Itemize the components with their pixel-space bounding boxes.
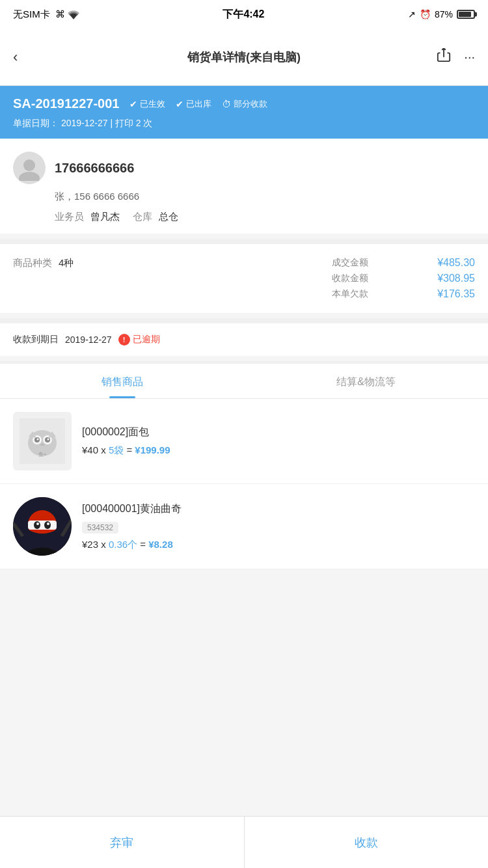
svg-point-21 bbox=[47, 522, 49, 525]
section-divider-2 bbox=[0, 318, 488, 323]
product-info-cookies: [000400001]黄油曲奇 534532 ¥23 x 0.36个 = ¥8.… bbox=[82, 502, 475, 551]
product-tag-cookies: 534532 bbox=[82, 522, 118, 534]
product-total-cookies: ¥8.28 bbox=[148, 539, 173, 550]
product-types-label: 商品种类 bbox=[13, 257, 52, 269]
check-icon-1: ✔ bbox=[129, 99, 137, 109]
status-left: 无SIM卡 ⌘ bbox=[13, 8, 79, 21]
debt-amount: ¥176.35 bbox=[437, 288, 475, 300]
overdue-icon: ! bbox=[118, 334, 130, 346]
svg-rect-17 bbox=[28, 521, 57, 530]
page-title: 销货单详情(来自电脑) bbox=[187, 49, 301, 65]
debt-row: 本单欠款 ¥176.35 bbox=[332, 288, 475, 300]
location-icon: ↗ bbox=[408, 9, 416, 20]
product-name-cookies: [000400001]黄油曲奇 bbox=[82, 502, 475, 516]
svg-point-9 bbox=[37, 439, 39, 441]
product-types-value: 4种 bbox=[59, 257, 74, 269]
order-id: SA-20191227-001 bbox=[13, 96, 119, 111]
section-divider-1 bbox=[0, 239, 488, 244]
financial-stats: 成交金额 ¥485.30 收款金额 ¥308.95 本单欠款 ¥176.35 bbox=[332, 257, 475, 300]
customer-section: 17666666666 张，156 6666 6666 业务员 曾凡杰 仓库 总… bbox=[0, 139, 488, 234]
payment-due-date: 2019-12-27 bbox=[65, 334, 112, 345]
product-total-bread: ¥199.99 bbox=[135, 444, 170, 455]
product-item-bread: 鱼+ [0000002]面包 ¥40 x 5袋 = ¥199.99 bbox=[0, 399, 488, 484]
svg-point-19 bbox=[44, 521, 51, 529]
received-row: 收款金额 ¥308.95 bbox=[332, 273, 475, 284]
salesman-info: 业务员 曾凡杰 bbox=[55, 211, 120, 223]
transaction-row: 成交金额 ¥485.30 bbox=[332, 257, 475, 269]
transaction-label: 成交金额 bbox=[332, 257, 368, 269]
status-badge-outbound: ✔ 已出库 bbox=[176, 98, 211, 110]
payment-due-section: 收款到期日 2019-12-27 ! 已逾期 bbox=[0, 323, 488, 356]
product-types-info: 商品种类 4种 bbox=[13, 257, 74, 269]
product-item-cookies: [000400001]黄油曲奇 534532 ¥23 x 0.36个 = ¥8.… bbox=[0, 484, 488, 569]
received-amount: ¥308.95 bbox=[437, 273, 475, 284]
customer-phone: 17666666666 bbox=[55, 161, 134, 176]
product-price-cookies: ¥23 x 0.36个 = ¥8.28 bbox=[82, 539, 475, 551]
transaction-amount: ¥485.30 bbox=[437, 257, 475, 269]
svg-point-20 bbox=[36, 522, 39, 525]
carrier-text: 无SIM卡 bbox=[13, 8, 50, 21]
wifi-icon: ⌘ bbox=[55, 8, 79, 20]
product-thumb-bread: 鱼+ bbox=[13, 412, 72, 470]
check-icon-2: ✔ bbox=[176, 99, 183, 109]
tab-sales-products[interactable]: 销售商品 bbox=[0, 364, 244, 398]
battery-percentage: 87% bbox=[435, 9, 453, 20]
bottom-bar: 弃审 收款 bbox=[0, 816, 488, 868]
battery-icon bbox=[457, 10, 475, 19]
tabs-section: 销售商品 结算&物流等 bbox=[0, 364, 488, 399]
product-info-bread: [0000002]面包 ¥40 x 5袋 = ¥199.99 bbox=[82, 426, 475, 457]
overdue-badge: ! 已逾期 bbox=[118, 334, 160, 346]
status-badge-effective: ✔ 已生效 bbox=[129, 98, 165, 110]
status-right: ↗ ⏰ 87% bbox=[408, 9, 475, 20]
svg-point-10 bbox=[47, 439, 49, 441]
overdue-text: 已逾期 bbox=[133, 334, 160, 346]
clock-icon: ⏱ bbox=[222, 99, 231, 109]
product-qty-bread: 5袋 bbox=[109, 444, 124, 455]
product-qty-cookies: 0.36个 bbox=[109, 539, 137, 550]
product-thumb-cookies bbox=[13, 497, 72, 556]
svg-point-2 bbox=[19, 172, 40, 181]
svg-point-1 bbox=[23, 159, 35, 171]
nav-bar: ‹ 销货单详情(来自电脑) ··· bbox=[0, 29, 488, 86]
stats-section: 商品种类 4种 成交金额 ¥485.30 收款金额 ¥308.95 本单欠款 ¥… bbox=[0, 244, 488, 313]
status-time: 下午4:42 bbox=[223, 8, 264, 21]
received-label: 收款金额 bbox=[332, 273, 368, 284]
more-button[interactable]: ··· bbox=[464, 49, 475, 64]
customer-meta: 业务员 曾凡杰 仓库 总仓 bbox=[13, 211, 475, 223]
payment-due-label: 收款到期日 bbox=[13, 334, 59, 346]
order-date-info: 单据日期： 2019-12-27 | 打印 2 次 bbox=[13, 118, 475, 129]
debt-label: 本单欠款 bbox=[332, 288, 368, 300]
tabs-row: 销售商品 结算&物流等 bbox=[0, 364, 488, 398]
alarm-icon: ⏰ bbox=[420, 9, 431, 20]
nav-actions: ··· bbox=[437, 48, 475, 66]
tab-settlement-logistics[interactable]: 结算&物流等 bbox=[244, 364, 488, 398]
svg-point-18 bbox=[34, 521, 40, 529]
svg-text:鱼+: 鱼+ bbox=[38, 452, 47, 457]
share-button[interactable] bbox=[437, 48, 451, 66]
back-button[interactable]: ‹ bbox=[7, 42, 24, 72]
warehouse-info: 仓库 总仓 bbox=[133, 211, 178, 223]
status-badge-partial: ⏱ 部分收款 bbox=[222, 98, 267, 110]
customer-name-phone: 张，156 6666 6666 bbox=[13, 191, 475, 203]
status-bar: 无SIM卡 ⌘ 下午4:42 ↗ ⏰ 87% bbox=[0, 0, 488, 29]
product-price-bread: ¥40 x 5袋 = ¥199.99 bbox=[82, 444, 475, 457]
collect-payment-button[interactable]: 收款 bbox=[245, 817, 489, 868]
abandon-review-button[interactable]: 弃审 bbox=[0, 817, 245, 868]
avatar bbox=[13, 152, 46, 184]
product-name-bread: [0000002]面包 bbox=[82, 426, 475, 439]
order-header-banner: SA-20191227-001 ✔ 已生效 ✔ 已出库 ⏱ 部分收款 单据日期：… bbox=[0, 86, 488, 139]
products-list: 鱼+ [0000002]面包 ¥40 x 5袋 = ¥199.99 bbox=[0, 399, 488, 569]
